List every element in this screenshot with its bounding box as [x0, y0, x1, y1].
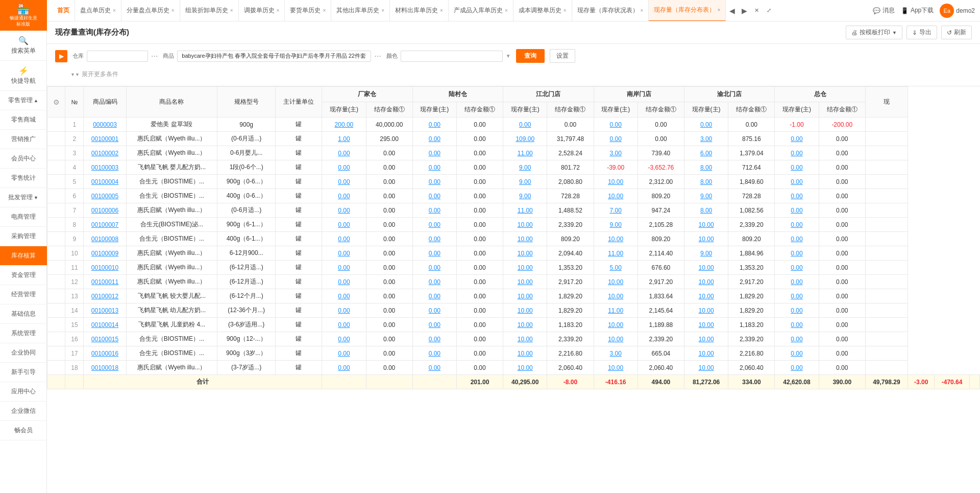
- table-cell[interactable]: 7.00: [594, 203, 638, 218]
- sidebar-item-search[interactable]: 🔍 搜索英单: [0, 31, 47, 61]
- table-cell[interactable]: 0.00: [684, 118, 728, 132]
- table-cell[interactable]: 10.00: [503, 318, 547, 332]
- product-input[interactable]: [177, 51, 371, 62]
- tab-expand-btn[interactable]: ⤢: [763, 5, 775, 17]
- table-cell[interactable]: 10.00: [684, 361, 728, 375]
- sidebar-item-ecommerce[interactable]: 电商管理: [0, 207, 47, 227]
- export-btn[interactable]: ⇓ 导出: [906, 26, 937, 39]
- table-cell[interactable]: 9.00: [503, 160, 547, 175]
- table-cell[interactable]: 0.00: [775, 246, 819, 261]
- sidebar-item-inventory[interactable]: 库存核算: [0, 246, 47, 266]
- table-cell[interactable]: 00100004: [84, 175, 126, 189]
- table-cell[interactable]: 10.00: [684, 289, 728, 303]
- table-cell[interactable]: 10.00: [503, 218, 547, 232]
- table-cell[interactable]: 6.00: [684, 146, 728, 160]
- table-cell[interactable]: 10.00: [594, 361, 638, 375]
- table-cell[interactable]: 0.00: [322, 218, 366, 232]
- table-cell[interactable]: 10.00: [503, 332, 547, 346]
- sidebar-item-retail[interactable]: 零售管理 ▲: [0, 91, 47, 110]
- table-cell[interactable]: 0.00: [322, 303, 366, 318]
- table-cell[interactable]: 0.00: [775, 289, 819, 303]
- table-cell[interactable]: 11.00: [594, 303, 638, 318]
- table-cell[interactable]: 3.00: [594, 146, 638, 160]
- refresh-btn[interactable]: ↺ 刷新: [941, 26, 972, 39]
- table-cell[interactable]: 3.00: [594, 346, 638, 361]
- table-cell[interactable]: 0.00: [412, 218, 456, 232]
- sidebar-item-wechat[interactable]: 企业微信: [0, 402, 47, 421]
- settings-icon[interactable]: ⚙: [53, 98, 60, 106]
- table-cell[interactable]: 10.00: [684, 218, 728, 232]
- color-input[interactable]: [401, 51, 503, 62]
- table-cell[interactable]: 0.00: [775, 132, 819, 146]
- table-cell[interactable]: 10.00: [594, 318, 638, 332]
- table-cell[interactable]: 10.00: [684, 332, 728, 346]
- table-cell[interactable]: 10.00: [684, 318, 728, 332]
- expand-more-btn[interactable]: ▼▼ 展开更多条件: [70, 68, 972, 81]
- table-cell[interactable]: 0.00: [322, 203, 366, 218]
- table-cell[interactable]: 0.00: [594, 132, 638, 146]
- sidebar-item-operation[interactable]: 经营管理: [0, 285, 47, 304]
- table-cell[interactable]: 0.00: [775, 275, 819, 289]
- table-cell[interactable]: 10.00: [503, 303, 547, 318]
- tab-next-btn[interactable]: ▶: [738, 5, 750, 17]
- table-cell[interactable]: 0.00: [322, 361, 366, 375]
- table-cell[interactable]: 0.00: [775, 332, 819, 346]
- table-cell[interactable]: 0.00: [322, 232, 366, 246]
- table-cell[interactable]: 0.00: [412, 289, 456, 303]
- sidebar-item-system[interactable]: 系统管理: [0, 324, 47, 343]
- table-cell[interactable]: 200.00: [322, 118, 366, 132]
- table-cell[interactable]: 0.00: [412, 246, 456, 261]
- table-cell[interactable]: 00100001: [84, 132, 126, 146]
- tab-requisition[interactable]: 要货单历史 ×: [285, 0, 331, 21]
- table-cell[interactable]: 0.00: [775, 175, 819, 189]
- table-cell[interactable]: 0.00: [412, 118, 456, 132]
- table-cell[interactable]: 0.00: [503, 118, 547, 132]
- table-cell[interactable]: 0.00: [412, 160, 456, 175]
- table-cell[interactable]: 3.00: [684, 132, 728, 146]
- table-cell[interactable]: 5.00: [594, 261, 638, 275]
- table-cell[interactable]: 10.00: [684, 232, 728, 246]
- table-cell[interactable]: 00100007: [84, 218, 126, 232]
- table-cell[interactable]: 0.00: [322, 175, 366, 189]
- tab-close-all-btn[interactable]: ✕: [750, 5, 763, 17]
- table-cell[interactable]: 10.00: [503, 261, 547, 275]
- tab-inventory-check[interactable]: 盘点单历史 ×: [75, 0, 121, 21]
- tab-close-icon[interactable]: ×: [440, 8, 443, 13]
- sidebar-item-guide[interactable]: 新手引导: [0, 363, 47, 382]
- table-cell[interactable]: 10.00: [503, 232, 547, 246]
- sidebar-item-wholesale[interactable]: 批发管理 ▼: [0, 188, 47, 207]
- app-download-btn[interactable]: 📱 App下载: [901, 6, 934, 15]
- table-cell[interactable]: 00100016: [84, 346, 126, 361]
- table-cell[interactable]: 0.00: [775, 318, 819, 332]
- tab-home[interactable]: 首页: [52, 0, 75, 21]
- table-cell[interactable]: 00100012: [84, 289, 126, 303]
- table-cell[interactable]: 0.00: [412, 303, 456, 318]
- table-cell[interactable]: 00100003: [84, 160, 126, 175]
- tab-close-icon[interactable]: ×: [564, 8, 567, 13]
- table-cell[interactable]: 0.00: [322, 332, 366, 346]
- table-cell[interactable]: 00100014: [84, 318, 126, 332]
- table-cell[interactable]: 10.00: [503, 289, 547, 303]
- sidebar-item-appstore[interactable]: 应用中心: [0, 382, 47, 402]
- table-cell[interactable]: 8.00: [684, 203, 728, 218]
- tab-prev-btn[interactable]: ◀: [726, 5, 738, 17]
- print-btn[interactable]: 🖨 按模板打印 ▼: [846, 26, 902, 39]
- warehouse-dots[interactable]: ···: [151, 52, 158, 61]
- table-cell[interactable]: 0.00: [775, 146, 819, 160]
- table-cell[interactable]: 0.00: [412, 203, 456, 218]
- table-cell[interactable]: 10.00: [684, 261, 728, 275]
- table-cell[interactable]: 10.00: [594, 275, 638, 289]
- table-cell[interactable]: 00100010: [84, 261, 126, 275]
- table-cell[interactable]: 10.00: [594, 289, 638, 303]
- table-cell[interactable]: 8.00: [684, 175, 728, 189]
- tab-close-icon[interactable]: ×: [717, 7, 720, 13]
- tab-product-inbound[interactable]: 产成品入库单历史 ×: [449, 0, 513, 21]
- table-cell[interactable]: 0.00: [322, 289, 366, 303]
- tab-material-outbound[interactable]: 材料出库单历史 ×: [390, 0, 449, 21]
- table-cell[interactable]: 10.00: [594, 175, 638, 189]
- sidebar-item-basic[interactable]: 基础信息: [0, 304, 47, 324]
- table-cell[interactable]: 0.00: [322, 275, 366, 289]
- table-cell[interactable]: 0.00: [412, 261, 456, 275]
- table-cell[interactable]: 11.00: [594, 246, 638, 261]
- table-cell[interactable]: 9.00: [594, 218, 638, 232]
